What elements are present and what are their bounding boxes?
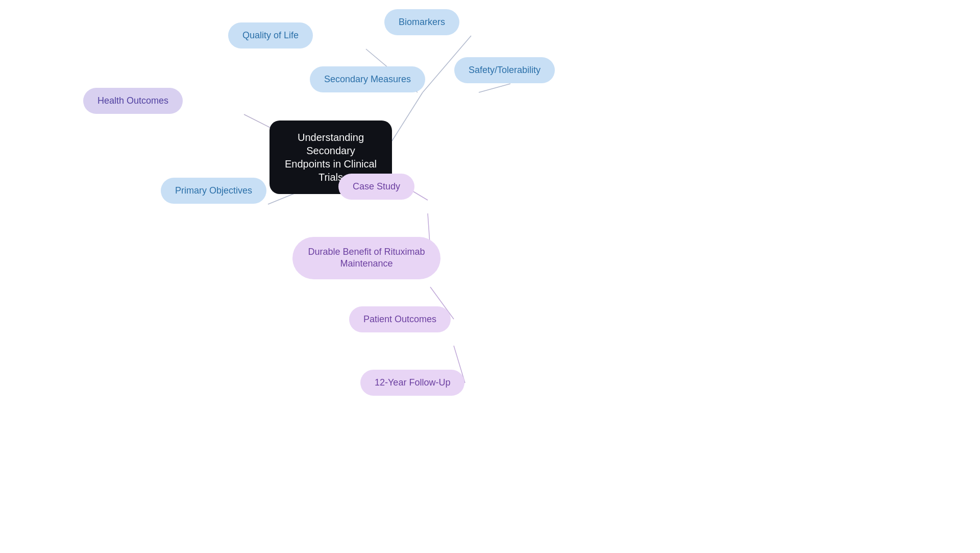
safety-tolerability-node[interactable]: Safety/Tolerability [454,57,555,83]
svg-line-0 [392,92,423,141]
health-outcomes-node[interactable]: Health Outcomes [83,88,183,114]
secondary-measures-node[interactable]: Secondary Measures [310,66,425,92]
case-study-node[interactable]: Case Study [338,174,414,200]
primary-objectives-node[interactable]: Primary Objectives [161,178,266,204]
patient-outcomes-node[interactable]: Patient Outcomes [349,306,451,332]
durable-benefit-node[interactable]: Durable Benefit of Rituximab Maintenance [292,237,440,279]
quality-of-life-node[interactable]: Quality of Life [228,22,313,49]
biomarkers-node[interactable]: Biomarkers [384,9,459,35]
svg-line-3 [479,84,510,92]
follow-up-node[interactable]: 12-Year Follow-Up [360,370,464,396]
